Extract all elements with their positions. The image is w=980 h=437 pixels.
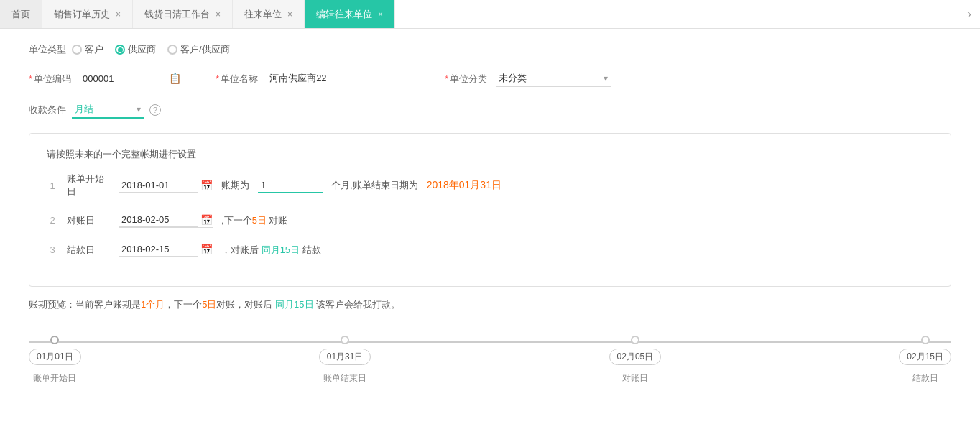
timeline-point-2: 02月05日 对账日 [609,336,662,385]
unit-name-input[interactable] [267,72,410,86]
tab-expand-button[interactable]: › [958,0,980,28]
timeline-point-3: 02月15日 结款日 [899,336,951,385]
payment-condition-label: 收款条件 [29,104,66,116]
unit-code-input[interactable] [80,72,166,86]
close-tab-edit-partner[interactable]: × [378,9,383,19]
unit-code-icon[interactable]: 📋 [169,73,181,84]
payment-condition-select[interactable]: 月结 ▾ [72,101,144,119]
unit-name-label: *单位名称 [216,73,258,86]
timeline-date-2: 02月05日 [609,349,662,365]
start-date-input[interactable] [119,178,198,193]
unit-name-group: *单位名称 [216,72,410,86]
timeline-dot-2 [631,336,639,344]
close-tab-partner[interactable]: × [287,9,292,19]
payment-date-calendar-icon[interactable]: 📅 [200,244,213,255]
close-tab-sales-history[interactable]: × [116,9,121,19]
timeline-date-1: 01月31日 [319,349,371,365]
unit-category-label: *单位分类 [445,73,487,86]
timeline-point-1: 01月31日 账单结束日 [319,336,371,385]
radio-customer[interactable]: 客户 [72,43,103,56]
timeline-label-2: 对账日 [622,372,648,385]
timeline: 01月01日 账单开始日 01月31日 账单结束日 02月05日 对账日 02月… [29,328,951,385]
period-unit-text: 个月,账单结束日期为 [331,179,418,192]
row-label-2: 对账日 [67,214,110,227]
start-date-calendar-icon[interactable]: 📅 [200,180,213,191]
section-title: 请按照未来的一个完整帐期进行设置 [47,148,933,161]
timeline-dot-0 [50,336,59,344]
payment-date-input[interactable] [119,242,198,257]
unit-type-label: 单位类型 [29,43,66,56]
row-num-2: 2 [47,215,58,226]
help-icon[interactable]: ? [149,104,161,116]
reconcile-date-calendar-icon[interactable]: 📅 [200,214,213,226]
timeline-label-0: 账单开始日 [33,372,76,385]
unit-category-group: *单位分类 未分类 ▾ [445,70,611,87]
payment-condition-row: 收款条件 月结 ▾ ? [29,101,951,119]
radio-circle-supplier [115,45,125,55]
start-date-input-wrapper: 📅 [119,178,213,193]
account-period-section: 请按照未来的一个完整帐期进行设置 1 账单开始日 📅 账期为 个月,账单结束日期… [29,133,951,287]
tab-edit-partner[interactable]: 编辑往来单位 × [305,0,395,28]
unit-info-row: *单位编码 📋 *单位名称 *单位分类 未分类 ▾ [29,70,951,87]
reconciliation-row: 2 对账日 📅 ,下一个5日 对账 [47,213,933,228]
payment-condition-value: 月结 [75,103,134,116]
row-num-3: 3 [47,244,58,255]
timeline-label-3: 结款日 [912,372,938,385]
row-num-1: 1 [47,180,58,191]
unit-category-select[interactable]: 未分类 ▾ [496,70,611,87]
radio-both[interactable]: 客户/供应商 [167,43,230,56]
timeline-date-0: 01月01日 [29,349,81,365]
period-mid-text: 账期为 [221,179,249,192]
tab-home[interactable]: 首页 [0,0,42,28]
timeline-label-1: 账单结束日 [323,372,366,385]
reconcile-desc: ,下一个5日 对账 [221,214,287,227]
unit-code-label: *单位编码 [29,73,71,86]
tab-sales-history[interactable]: 销售订单历史 × [42,0,133,28]
timeline-point-0: 01月01日 账单开始日 [29,336,81,385]
unit-type-radio-group: 客户 供应商 客户/供应商 [72,43,230,56]
unit-category-value: 未分类 [499,72,601,85]
timeline-dot-3 [921,336,930,344]
unit-type-row: 单位类型 客户 供应商 客户/供应商 [29,43,951,56]
row-label-3: 结款日 [67,244,110,257]
preview-part2: 5日 [202,299,216,310]
payment-date-row: 3 结款日 📅 ，对账后 同月15日 结款 [47,242,933,257]
tab-bar: 首页 销售订单历史 × 钱货日清工作台 × 往来单位 × 编辑往来单位 × › [0,0,980,29]
reconcile-date-input-wrapper: 📅 [119,213,213,228]
end-date-highlight: 2018年01月31日 [427,179,501,192]
radio-supplier[interactable]: 供应商 [115,43,156,56]
tab-partner[interactable]: 往来单位 × [233,0,305,28]
reconcile-date-input[interactable] [119,213,198,227]
main-content: 单位类型 客户 供应商 客户/供应商 *单位编码 📋 [0,29,980,437]
radio-circle-customer [72,45,82,55]
account-start-row: 1 账单开始日 📅 账期为 个月,账单结束日期为 2018年01月31日 [47,172,933,198]
category-dropdown-arrow: ▾ [604,73,608,83]
tab-cash-work[interactable]: 钱货日清工作台 × [133,0,233,28]
preview-part1: 1个月 [141,299,165,310]
timeline-date-3: 02月15日 [899,349,951,365]
payment-day-highlight: 同月15日 [262,244,300,255]
payment-date-input-wrapper: 📅 [119,242,213,257]
timeline-dot-1 [341,336,349,344]
row-label-1: 账单开始日 [67,172,110,198]
unit-code-input-wrapper: 📋 [80,72,181,86]
preview-text: 账期预览：当前客户账期是1个月，下一个5日对账，对账后 同月15日 该客户会给我… [29,298,951,311]
payment-desc: ，对账后 同月15日 结款 [221,244,321,257]
unit-code-group: *单位编码 📋 [29,72,181,86]
reconcile-day-highlight: 5日 [252,215,267,226]
payment-dropdown-arrow: ▾ [137,104,141,114]
close-tab-cash-work[interactable]: × [216,9,221,19]
preview-part3: 同月15日 [275,299,313,310]
timeline-points: 01月01日 账单开始日 01月31日 账单结束日 02月05日 对账日 02月… [29,336,951,385]
period-value-input[interactable] [258,178,323,193]
radio-circle-both [167,45,177,55]
